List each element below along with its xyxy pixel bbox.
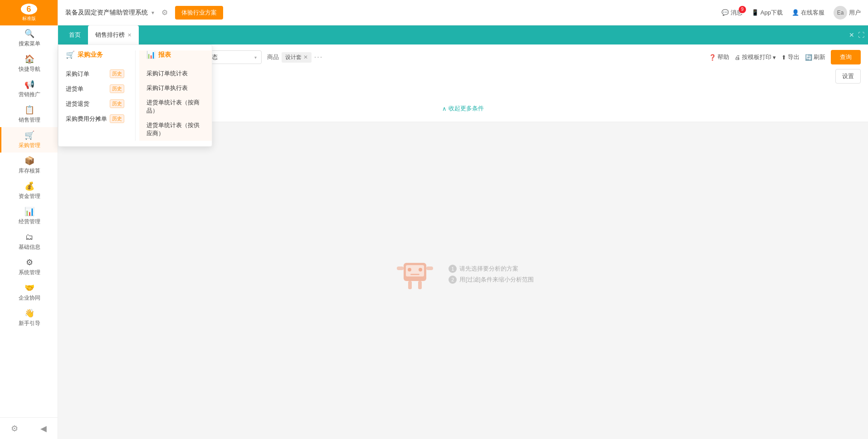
dropdown-item-inbound-product[interactable]: 进货单统计表（按商品）	[146, 95, 205, 118]
sidebar-item-label: 库存核算	[19, 167, 40, 175]
purchase-section-icon: 🛒	[66, 50, 75, 59]
tab-sales-rank[interactable]: 销售排行榜 ✕	[88, 25, 139, 44]
sidebar-item-sales[interactable]: 📋 销售管理	[0, 102, 58, 127]
print-icon: 🖨	[735, 54, 741, 61]
dropdown-item-order-exec[interactable]: 采购订单执行表	[146, 81, 205, 95]
marketing-icon: 📢	[24, 79, 34, 89]
tip-num-1: 1	[449, 265, 457, 273]
sidebar-nav: 🔍 搜索菜单 🏠 快捷导航 📢 营销推广 📋 销售管理 🛒 采购管理 📦 库存核…	[0, 25, 58, 417]
app-download-btn[interactable]: 📱 App下载	[751, 9, 783, 17]
collapse-icon: ∧	[442, 105, 447, 112]
basic-icon: 🗂	[25, 232, 34, 242]
empty-svg	[392, 254, 438, 295]
operation-icon: 📊	[24, 207, 34, 217]
message-badge: 9	[739, 6, 746, 13]
svg-rect-5	[408, 281, 412, 289]
settings-right: 设置	[835, 69, 861, 84]
sidebar-item-system[interactable]: ⚙ 系统管理	[0, 254, 58, 280]
dropdown-item-expense[interactable]: 采购费用分摊单 历史	[66, 111, 124, 126]
sidebar-bottom: ⚙ ◀	[0, 417, 58, 439]
dropdown-item-inbound-supplier[interactable]: 进货单统计表（按供应商）	[146, 118, 205, 141]
dropdown-sections: 🛒 采购业务 采购订单 历史 进货单 历史 进货退货 历史	[59, 50, 212, 141]
top-header: 装备及固定资产辅助管理系统 ▾ ⚙ 体验行业方案 💬 消息 9 📱 App下载 …	[58, 0, 868, 25]
sidebar: 6 标准版 🔍 搜索菜单 🏠 快捷导航 📢 营销推广 📋 销售管理 🛒 采购管理…	[0, 0, 58, 439]
close-tab-icon[interactable]: ✕	[127, 32, 132, 38]
service-icon: 👤	[792, 9, 799, 16]
inventory-icon: 📦	[24, 156, 34, 166]
sidebar-item-search[interactable]: 🔍 搜索菜单	[0, 25, 58, 51]
chevron-down-icon: ▾	[254, 55, 257, 60]
purchase-dropdown-menu: 🛒 采购业务 采购订单 历史 进货单 历史 进货退货 历史	[58, 44, 212, 147]
avatar: Ea	[834, 6, 847, 20]
service-label: 在线客服	[801, 9, 824, 17]
empty-state: 1 请先选择要分析的方案 2 用[过滤]条件来缩小分析范围	[58, 122, 868, 426]
system-title: 装备及固定资产辅助管理系统	[65, 9, 148, 17]
user-avatar-area[interactable]: Ea 用户	[834, 6, 861, 20]
tab-bar: 首页 销售排行榜 ✕ ✕ ⛶ 🛒 采购业务 采购订单 历史	[58, 25, 868, 44]
tab-home[interactable]: 首页	[62, 25, 88, 44]
enterprise-icon: 🤝	[24, 283, 34, 293]
history-badge: 历史	[110, 114, 124, 123]
dropdown-item-purchase-order[interactable]: 采购订单 历史	[66, 66, 124, 81]
sidebar-item-basic[interactable]: 🗂 基础信息	[0, 229, 58, 254]
sidebar-item-finance[interactable]: 💰 资金管理	[0, 178, 58, 203]
tab-bar-close-icon[interactable]: ✕	[849, 31, 854, 39]
dropdown-item-order-stats[interactable]: 采购订单统计表	[146, 66, 205, 81]
dropdown-item-return[interactable]: 进货退货 历史	[66, 96, 124, 111]
empty-illustration	[392, 254, 438, 295]
app-label: App下载	[761, 9, 783, 17]
sidebar-item-label: 资金管理	[19, 192, 40, 200]
home-icon: 🏠	[24, 54, 34, 64]
main-area: 装备及固定资产辅助管理系统 ▾ ⚙ 体验行业方案 💬 消息 9 📱 App下载 …	[58, 0, 868, 439]
product-more-btn[interactable]: ···	[314, 53, 323, 61]
svg-point-2	[408, 268, 411, 271]
user-label: 用户	[849, 9, 861, 17]
svg-rect-4	[410, 274, 419, 275]
svg-rect-7	[397, 266, 404, 270]
sidebar-item-label: 企业协同	[19, 294, 40, 302]
toolbar-right: ❓ 帮助 🖨 按模板打印 ▾ ⬆ 导出 🔄 刷新	[709, 50, 861, 64]
sidebar-item-operation[interactable]: 📊 经营管理	[0, 203, 58, 229]
gear-icon[interactable]: ⚙	[161, 8, 168, 17]
sidebar-item-label: 采购管理	[19, 142, 40, 149]
report-section-title: 📊 报表	[146, 50, 205, 62]
sidebar-item-quick-nav[interactable]: 🏠 快捷导航	[0, 51, 58, 76]
help-btn[interactable]: ❓ 帮助	[709, 53, 729, 61]
tip-2: 2 用[过滤]条件来缩小分析范围	[449, 274, 533, 285]
refresh-btn[interactable]: 🔄 刷新	[805, 53, 825, 61]
refresh-icon: 🔄	[805, 54, 812, 61]
message-icon: 💬	[722, 9, 729, 16]
sidebar-item-marketing[interactable]: 📢 营销推广	[0, 76, 58, 102]
system-dropdown[interactable]: ▾	[151, 10, 154, 16]
query-button[interactable]: 查询	[831, 50, 861, 64]
industry-button[interactable]: 体验行业方案	[175, 6, 223, 20]
sidebar-item-label: 营销推广	[19, 91, 40, 99]
svg-rect-8	[426, 266, 433, 270]
dropdown-item-inbound[interactable]: 进货单 历史	[66, 81, 124, 96]
tab-bar-maximize-icon[interactable]: ⛶	[858, 31, 864, 39]
settings-bottom-btn[interactable]: ⚙	[11, 424, 18, 434]
dropdown-section-purchase: 🛒 采购业务 采购订单 历史 进货单 历史 进货退货 历史	[59, 50, 132, 141]
history-badge: 历史	[110, 69, 124, 78]
sidebar-item-enterprise[interactable]: 🤝 企业协同	[0, 280, 58, 305]
collapse-button[interactable]: ∧ 收起更多条件	[439, 101, 488, 116]
report-section-icon: 📊	[146, 50, 156, 59]
export-btn[interactable]: ⬆ 导出	[781, 53, 800, 61]
online-service-btn[interactable]: 👤 在线客服	[792, 9, 824, 17]
empty-tips: 1 请先选择要分析的方案 2 用[过滤]条件来缩小分析范围	[449, 263, 533, 285]
sidebar-item-inventory[interactable]: 📦 库存核算	[0, 153, 58, 178]
product-tag: 设计套 ✕	[282, 52, 312, 63]
message-btn[interactable]: 💬 消息 9	[722, 9, 742, 17]
finance-icon: 💰	[24, 181, 34, 191]
collapse-sidebar-btn[interactable]: ◀	[40, 424, 47, 434]
remove-product-tag[interactable]: ✕	[303, 54, 308, 60]
history-badge: 历史	[110, 99, 124, 108]
history-badge: 历史	[110, 84, 124, 93]
sidebar-item-purchase[interactable]: 🛒 采购管理	[0, 127, 58, 153]
sidebar-item-label: 搜索菜单	[19, 40, 40, 48]
print-btn[interactable]: 🖨 按模板打印 ▾	[735, 53, 776, 61]
setting-button[interactable]: 设置	[835, 69, 861, 84]
print-chevron[interactable]: ▾	[773, 54, 776, 61]
sidebar-item-newbie[interactable]: 👋 新手引导	[0, 305, 58, 330]
sidebar-item-label: 快捷导航	[19, 65, 40, 73]
